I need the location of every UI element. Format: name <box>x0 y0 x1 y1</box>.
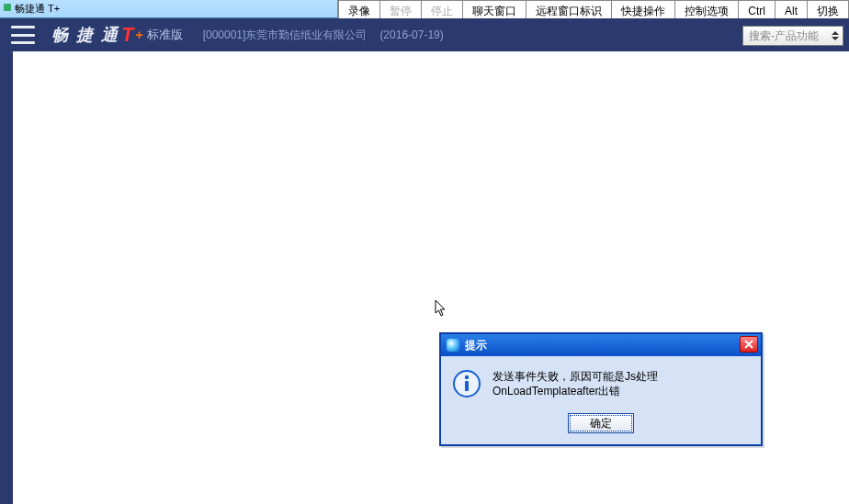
dialog-footer: 确定 <box>441 408 761 444</box>
info-icon <box>452 369 481 398</box>
dialog-body: 发送事件失败，原因可能是Js处理OnLoadTemplateafter出错 <box>441 356 761 408</box>
svg-rect-2 <box>465 381 469 391</box>
window-title: 畅捷通 T+ <box>15 3 60 14</box>
brand-name: 畅 捷 通 <box>51 24 119 46</box>
app-header: 畅 捷 通 T + 标准版 [000001]东莞市勤信纸业有限公司 (2016-… <box>0 18 849 51</box>
dialog-titlebar[interactable]: 提示 <box>441 334 761 356</box>
search-input[interactable]: 搜索-产品功能 <box>742 26 843 46</box>
brand-t: T <box>121 23 133 47</box>
dialog-app-icon <box>447 339 459 352</box>
app-icon <box>4 4 11 11</box>
dialog-title: 提示 <box>465 338 487 353</box>
close-icon <box>744 340 753 349</box>
left-strip <box>0 18 13 504</box>
company-info: [000001]东莞市勤信纸业有限公司 <box>203 28 368 43</box>
brand-plus: + <box>135 28 142 42</box>
date-info: (2016-07-19) <box>379 28 443 41</box>
close-button[interactable] <box>740 336 758 353</box>
ok-button[interactable]: 确定 <box>568 413 634 433</box>
svg-point-1 <box>465 375 469 379</box>
message-dialog: 提示 发送事件失败，原因可能是Js处理OnLoadTemplateafter出错… <box>439 332 763 446</box>
menu-icon[interactable] <box>11 26 35 44</box>
search-placeholder: 搜索-产品功能 <box>749 29 819 42</box>
dialog-message: 发送事件失败，原因可能是Js处理OnLoadTemplateafter出错 <box>492 369 750 398</box>
edition-label: 标准版 <box>147 27 183 43</box>
